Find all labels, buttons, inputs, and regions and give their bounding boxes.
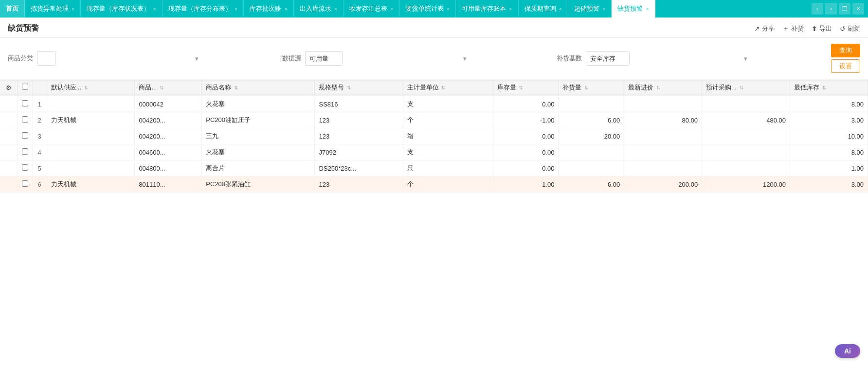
- row-check-cell-5[interactable]: [18, 176, 32, 193]
- sort-icon-spec: ⇅: [347, 85, 351, 90]
- row-checkbox-4[interactable]: [22, 164, 28, 171]
- row-price-0: [624, 96, 702, 112]
- row-code-2: 004200...: [135, 128, 202, 144]
- category-select[interactable]: [37, 51, 55, 66]
- row-num-5: 6: [32, 176, 47, 193]
- nav-tab-close-10[interactable]: ×: [602, 6, 605, 12]
- row-num-4: 5: [32, 160, 47, 176]
- row-check-cell-4[interactable]: [18, 160, 32, 176]
- replenish-base-label: 补货基数: [557, 54, 582, 63]
- query-button[interactable]: 查询: [831, 44, 860, 57]
- col-default-supplier-label: 默认供应...: [51, 84, 82, 91]
- col-est-purchase[interactable]: 预计采购... ⇅: [702, 79, 790, 96]
- nav-tab-6[interactable]: 收发存汇总表×: [344, 0, 399, 18]
- col-default-supplier[interactable]: 默认供应... ⇅: [47, 79, 135, 96]
- col-product-name[interactable]: 商品名称 ⇅: [202, 79, 315, 96]
- nav-tab-close-5[interactable]: ×: [334, 6, 337, 12]
- nav-close-button[interactable]: ×: [852, 3, 864, 15]
- row-check-cell-2[interactable]: [18, 128, 32, 144]
- nav-tab-close-4[interactable]: ×: [284, 6, 287, 12]
- filter-actions: 查询 设置: [831, 44, 860, 73]
- nav-prev-button[interactable]: ‹: [812, 3, 823, 15]
- nav-tab-9[interactable]: 保质期查询×: [519, 0, 568, 18]
- nav-tab-3[interactable]: 现存量（库存分布表）×: [163, 0, 244, 18]
- row-spec-4: DS250*23c...: [315, 160, 403, 176]
- share-label: 分享: [762, 24, 775, 33]
- row-unit-1: 个: [403, 112, 493, 128]
- col-stock[interactable]: 库存量 ⇅: [493, 79, 559, 96]
- row-supplier-5: 力天机械: [47, 176, 135, 193]
- row-replenish-2: 20.00: [559, 128, 624, 144]
- row-checkbox-1[interactable]: [22, 116, 28, 123]
- row-spec-2: 123: [315, 128, 403, 144]
- row-check-cell-0[interactable]: [18, 96, 32, 112]
- col-product-code[interactable]: 商品... ⇅: [135, 79, 202, 96]
- row-num-0: 1: [32, 96, 47, 112]
- row-stock-0: 0.00: [493, 96, 559, 112]
- refresh-action[interactable]: ↺ 刷新: [840, 24, 860, 33]
- row-checkbox-3[interactable]: [22, 148, 28, 155]
- nav-tab-close-6[interactable]: ×: [390, 6, 393, 12]
- row-replenish-1: 6.00: [559, 112, 624, 128]
- replenish-label: 补货: [791, 24, 804, 33]
- col-spec[interactable]: 规格型号 ⇅: [315, 79, 403, 96]
- row-est-4: [702, 160, 790, 176]
- nav-tab-11[interactable]: 缺货预警×: [612, 0, 655, 18]
- col-replenish-qty[interactable]: 补货量 ⇅: [559, 79, 624, 96]
- export-action[interactable]: ⬆ 导出: [812, 24, 832, 33]
- row-checkbox-0[interactable]: [22, 100, 28, 106]
- row-min-stock-3: 8.00: [790, 144, 868, 160]
- col-min-stock[interactable]: 最低库存 ⇅: [790, 79, 868, 96]
- nav-tab-close-8[interactable]: ×: [509, 6, 512, 12]
- row-min-stock-5: 3.00: [790, 176, 868, 193]
- settings-button[interactable]: 设置: [831, 59, 860, 73]
- nav-tab-close-11[interactable]: ×: [646, 6, 649, 12]
- replenish-base-select[interactable]: 安全库存: [586, 51, 630, 66]
- nav-tab-close-3[interactable]: ×: [235, 6, 237, 12]
- ai-badge[interactable]: Ai: [835, 344, 860, 358]
- datasource-label: 数据源: [282, 54, 301, 63]
- nav-tab-1[interactable]: 拣货异常处理×: [25, 0, 81, 18]
- share-icon: ↗: [754, 25, 760, 33]
- nav-tab-8[interactable]: 可用量库存账本×: [456, 0, 518, 18]
- row-code-4: 004800...: [135, 160, 202, 176]
- row-check-cell-1[interactable]: [18, 112, 32, 128]
- col-product-name-label: 商品名称: [206, 84, 231, 91]
- nav-next-button[interactable]: ›: [825, 3, 837, 15]
- datasource-select[interactable]: 可用量: [305, 51, 343, 66]
- row-stock-3: 0.00: [493, 144, 559, 160]
- nav-tab-2[interactable]: 现存量（库存状况表）×: [81, 0, 162, 18]
- nav-tab-7[interactable]: 要货单统计表×: [400, 0, 456, 18]
- share-action[interactable]: ↗ 分享: [754, 24, 775, 33]
- row-code-1: 004200...: [135, 112, 202, 128]
- nav-tab-0[interactable]: 首页: [0, 0, 25, 18]
- nav-tab-close-2[interactable]: ×: [153, 6, 156, 12]
- nav-tab-10[interactable]: 超储预警×: [568, 0, 612, 18]
- select-all-checkbox[interactable]: [22, 84, 28, 90]
- row-supplier-3: [47, 144, 135, 160]
- col-gear[interactable]: ⚙: [0, 79, 18, 96]
- row-checkbox-5[interactable]: [22, 180, 28, 187]
- col-unit[interactable]: 主计量单位 ⇅: [403, 79, 493, 96]
- row-name-5: PC200张紧油缸: [202, 176, 315, 193]
- row-gear-4: [0, 160, 18, 176]
- col-check[interactable]: [18, 79, 32, 96]
- nav-tab-close-1[interactable]: ×: [72, 6, 74, 12]
- replenish-action[interactable]: ＋ 补货: [782, 24, 804, 33]
- row-stock-1: -1.00: [493, 112, 559, 128]
- row-check-cell-3[interactable]: [18, 144, 32, 160]
- datasource-filter-group: 数据源 可用量: [282, 51, 545, 66]
- nav-tab-close-7[interactable]: ×: [447, 6, 450, 12]
- nav-tab-4[interactable]: 库存批次账×: [244, 0, 293, 18]
- row-replenish-0: [559, 96, 624, 112]
- row-supplier-1: 力天机械: [47, 112, 135, 128]
- row-min-stock-0: 8.00: [790, 96, 868, 112]
- nav-tab-close-9[interactable]: ×: [559, 6, 562, 12]
- nav-tab-5[interactable]: 出入库流水×: [294, 0, 344, 18]
- col-latest-price-label: 最新进价: [628, 84, 653, 91]
- nav-restore-button[interactable]: ❐: [839, 3, 850, 15]
- row-checkbox-2[interactable]: [22, 132, 28, 139]
- page-container: 缺货预警 ↗ 分享 ＋ 补货 ⬆ 导出 ↺ 刷新 商品分类: [0, 18, 868, 387]
- col-latest-price[interactable]: 最新进价 ⇅: [624, 79, 702, 96]
- sort-icon-unit: ⇅: [441, 85, 445, 90]
